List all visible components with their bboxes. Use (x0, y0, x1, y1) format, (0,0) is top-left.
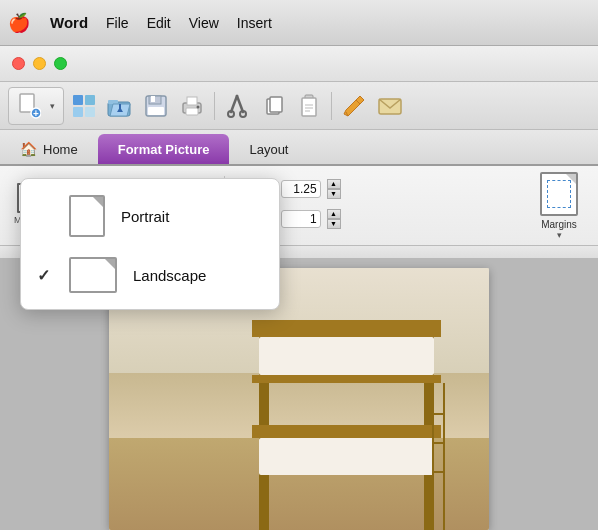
svg-rect-4 (85, 95, 95, 105)
app-name[interactable]: Word (42, 10, 96, 35)
menu-bar: 🍎 Word File Edit View Insert (0, 0, 598, 46)
tab-format-label: Format Picture (118, 142, 210, 157)
svg-rect-27 (302, 98, 316, 116)
tab-layout[interactable]: Layout (229, 134, 308, 164)
svg-rect-15 (148, 107, 164, 115)
top-margin-down[interactable]: ▼ (327, 189, 341, 199)
svg-point-23 (240, 111, 246, 117)
margins-large-button[interactable]: Margins ▾ (530, 168, 588, 244)
svg-rect-17 (186, 108, 198, 115)
style-button[interactable] (68, 90, 100, 122)
left-margin-up[interactable]: ▲ (327, 209, 341, 219)
menu-insert[interactable]: Insert (229, 11, 280, 35)
svg-rect-6 (85, 107, 95, 117)
paste-button[interactable] (293, 90, 325, 122)
landscape-label: Landscape (133, 267, 206, 284)
top-margin-up[interactable]: ▲ (327, 179, 341, 189)
toolbar: + ▾ (0, 82, 598, 130)
svg-rect-3 (73, 95, 83, 105)
svg-line-21 (237, 96, 243, 112)
tab-home-label: Home (43, 142, 78, 157)
ribbon-tabs: 🏠 Home Format Picture Layout (0, 130, 598, 166)
menu-view[interactable]: View (181, 11, 227, 35)
home-icon: 🏠 (20, 141, 37, 157)
svg-text:+: + (33, 108, 39, 119)
copy-button[interactable] (257, 90, 289, 122)
print-button[interactable] (176, 90, 208, 122)
svg-point-22 (228, 111, 234, 117)
minimize-button[interactable] (33, 57, 46, 70)
menu-edit[interactable]: Edit (139, 11, 179, 35)
svg-line-20 (231, 96, 237, 112)
new-document-button[interactable]: + (13, 90, 45, 122)
portrait-option[interactable]: Portrait (21, 185, 279, 247)
cut-button[interactable] (221, 90, 253, 122)
svg-rect-8 (108, 100, 118, 104)
mail-button[interactable] (374, 90, 406, 122)
save-button[interactable] (140, 90, 172, 122)
new-dropdown-arrow[interactable]: ▾ (45, 90, 59, 122)
orientation-dropdown: Portrait ✓ Landscape (20, 178, 280, 310)
tab-layout-label: Layout (249, 142, 288, 157)
left-margin-down[interactable]: ▼ (327, 219, 341, 229)
landscape-option[interactable]: ✓ Landscape (21, 247, 279, 303)
svg-point-19 (197, 105, 200, 108)
landscape-icon (69, 257, 117, 293)
apple-menu-icon[interactable]: 🍎 (8, 12, 30, 34)
top-margin-input[interactable] (281, 180, 321, 198)
close-button[interactable] (12, 57, 25, 70)
left-margin-input[interactable] (281, 210, 321, 228)
window-titlebar (0, 46, 598, 82)
open-button[interactable] (104, 90, 136, 122)
svg-rect-5 (73, 107, 83, 117)
svg-rect-11 (119, 104, 121, 110)
svg-rect-18 (187, 97, 197, 105)
maximize-button[interactable] (54, 57, 67, 70)
svg-rect-25 (270, 97, 282, 112)
svg-rect-14 (151, 96, 155, 102)
format-brush-button[interactable] (338, 90, 370, 122)
portrait-label: Portrait (121, 208, 169, 225)
portrait-icon (69, 195, 105, 237)
tab-home[interactable]: 🏠 Home (0, 134, 98, 164)
landscape-checkmark: ✓ (37, 266, 53, 285)
menu-file[interactable]: File (98, 11, 137, 35)
tab-format-picture[interactable]: Format Picture (98, 134, 230, 164)
